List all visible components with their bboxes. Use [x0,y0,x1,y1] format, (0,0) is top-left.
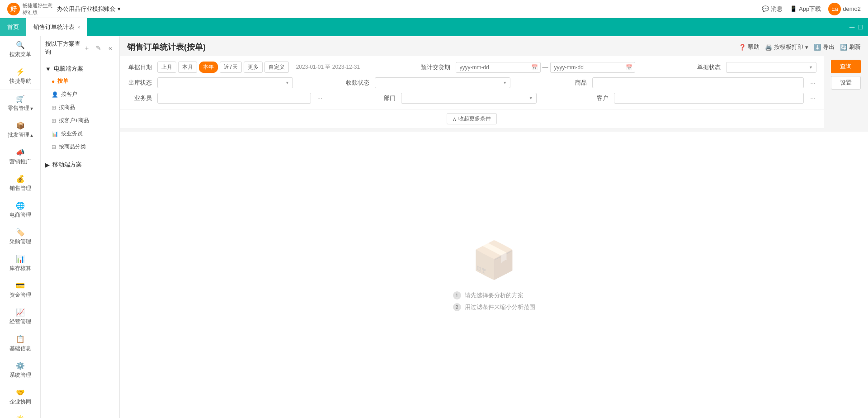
print-arrow-icon: ▾ [805,44,808,51]
download-icon: 📱 [790,5,797,12]
scheme-group-mobile-expand-icon: ▶ [45,162,50,168]
logo-icon: 好 [7,3,20,15]
scheme-item-by-customer-product[interactable]: ⊞ 按客户+商品 [41,114,119,127]
filter-row-3: 业务员 ··· 部门 客户 [127,93,816,104]
refresh-icon: 🔄 [840,44,847,51]
logo-area: 好 畅捷通好生意 标准版 [7,2,52,15]
nav-tab-actions: ─ □ [849,23,868,31]
top-bar-right: 💬 消息 📱 App下载 Ea demo2 [762,3,861,15]
right-panel: 销售订单统计表(按单) ❓ 帮助 🖨️ 按模板打印 ▾ ⬇️ 导出 [120,36,868,418]
logo-text: 畅捷通好生意 标准版 [23,2,52,15]
message-item[interactable]: 💬 消息 [762,5,783,13]
sidebar-item-operation[interactable]: 📈 经营管理 [0,304,40,330]
refresh-button[interactable]: 🔄 刷新 [840,43,861,51]
minimize-icon[interactable]: ─ [849,23,854,31]
sidebar-item-sales-mgmt[interactable]: 💰 销售管理 [0,170,40,197]
export-button[interactable]: ⬇️ 导出 [814,43,835,51]
salesman-input[interactable] [157,93,311,104]
query-button[interactable]: 查询 [831,60,861,73]
scheme-group-pc-title[interactable]: ▼ 电脑端方案 [41,63,119,75]
app-selector[interactable]: 办公用品行业模拟账套 ▾ [57,5,121,13]
user-area[interactable]: Ea demo2 [828,3,861,15]
shipment-select-wrap [157,77,293,88]
full-filter: 单据日期 上月 本月 本年 近7天 更多 自定义 2023-01-01 至 20… [120,56,824,109]
payment-select[interactable] [375,77,510,88]
dept-select[interactable] [401,93,537,104]
sidebar-item-marketing[interactable]: 📣 营销推广 [0,143,40,170]
customer-label: 客户 [584,94,609,102]
customer-dots[interactable]: ··· [809,95,816,102]
customer-input[interactable] [614,93,804,104]
scheme-panel-actions: + ✎ « [82,43,115,52]
scheme-item-by-customer[interactable]: 👤 按客户 [41,88,119,101]
operation-icon: 📈 [16,308,25,317]
date-label: 单据日期 [127,63,152,71]
scheme-group-pc: ▼ 电脑端方案 ● 按单 👤 按客户 ⊞ 按商品 ⊞ 按客户+商品 [41,60,119,156]
scheme-item-by-product[interactable]: ⊞ 按商品 [41,101,119,114]
period-buttons: 上月 本月 本年 近7天 更多 自定义 [157,62,289,73]
period-more[interactable]: 更多 [244,62,263,73]
marketing-icon: 📣 [16,148,25,157]
sidebar-item-search[interactable]: 🔍 搜索菜单 [0,36,40,63]
period-last-month[interactable]: 上月 [157,62,176,73]
collapse-button[interactable]: ∧ 收起更多条件 [447,113,497,124]
period-this-year[interactable]: 本年 [199,62,218,73]
add-scheme-button[interactable]: + [82,43,91,52]
print-button[interactable]: 🖨️ 按模板打印 ▾ [765,43,808,51]
sidebar-item-enterprise[interactable]: 🤝 企业协同 [0,384,40,410]
product-label: 商品 [562,79,587,87]
period-custom[interactable]: 自定义 [264,62,289,73]
sidebar-item-quick-nav[interactable]: ⚡ 快捷导航 [0,63,40,90]
salesman-dots[interactable]: ··· [316,95,324,102]
product-input[interactable] [592,77,804,88]
sidebar-item-inventory[interactable]: 📊 库存核算 [0,250,40,277]
expected-date-from-wrap [456,62,541,73]
main-layout: 🔍 搜索菜单 ⚡ 快捷导航 🛒 零售管理 ▾ 📦 批发管理 ▴ 📣 [0,36,868,418]
avatar: Ea [828,3,841,15]
collapse-scheme-button[interactable]: « [106,43,115,52]
scheme-item-icon: ⊞ [52,104,56,111]
period-last7[interactable]: 近7天 [220,62,242,73]
page-title: 销售订单统计表(按单) [127,42,206,52]
period-this-month[interactable]: 本月 [178,62,197,73]
settings-button[interactable]: 设置 [831,76,861,90]
ecommerce-icon: 🌐 [16,201,25,210]
sidebar-item-ecommerce[interactable]: 🌐 电商管理 [0,197,40,223]
scheme-item-icon: 👤 [52,91,58,98]
status-select-wrap [726,62,816,73]
expected-date-to[interactable] [550,62,635,73]
page-header: 销售订单统计表(按单) ❓ 帮助 🖨️ 按模板打印 ▾ ⬇️ 导出 [120,36,868,56]
payment-select-wrap [375,77,510,88]
scheme-item-by-category[interactable]: ⊟ 按商品分类 [41,140,119,153]
scheme-group-mobile-title[interactable]: ▶ 移动端方案 [41,159,119,171]
sidebar-item-retail[interactable]: 🛒 零售管理 ▾ [0,90,40,117]
help-button[interactable]: ❓ 帮助 [739,43,760,51]
sidebar-item-wholesale[interactable]: 📦 批发管理 ▴ [0,117,40,143]
sidebar-item-purchase[interactable]: 🏷️ 采购管理 [0,223,40,250]
sidebar-item-basic[interactable]: 📋 基础信息 [0,330,40,357]
product-dots[interactable]: ··· [809,79,816,86]
export-icon: ⬇️ [814,44,821,51]
print-icon: 🖨️ [765,44,772,51]
scheme-group-pc-expand-icon: ▼ [45,66,51,72]
empty-state: 📦 1 请先选择要分析的方案 2 用过滤条件来缩小分析范围 [120,132,868,418]
expected-date-from[interactable] [456,62,541,73]
tab-home[interactable]: 首页 [0,18,26,36]
edit-scheme-button[interactable]: ✎ [94,43,103,52]
action-buttons: 查询 设置 [824,56,868,128]
collapse-icon: ∧ [453,116,457,122]
app-download-item[interactable]: 📱 App下载 [790,5,821,13]
sidebar-item-guide[interactable]: 🌟 新手引导 [0,410,40,418]
tab-sales-order-stats[interactable]: 销售订单统计表 × [26,18,87,36]
maximize-icon[interactable]: □ [858,23,863,31]
quick-nav-icon: ⚡ [16,67,25,76]
sidebar-item-finance[interactable]: 💳 资金管理 [0,277,40,304]
tab-close-icon[interactable]: × [77,24,80,30]
shipment-select[interactable] [157,77,293,88]
scheme-item-by-order[interactable]: ● 按单 [41,75,119,88]
scheme-item-by-salesman[interactable]: 📊 按业务员 [41,127,119,140]
status-select[interactable] [726,62,816,73]
sidebar-item-system[interactable]: ⚙️ 系统管理 [0,357,40,384]
basic-icon: 📋 [16,335,25,343]
dept-label: 部门 [371,94,396,102]
